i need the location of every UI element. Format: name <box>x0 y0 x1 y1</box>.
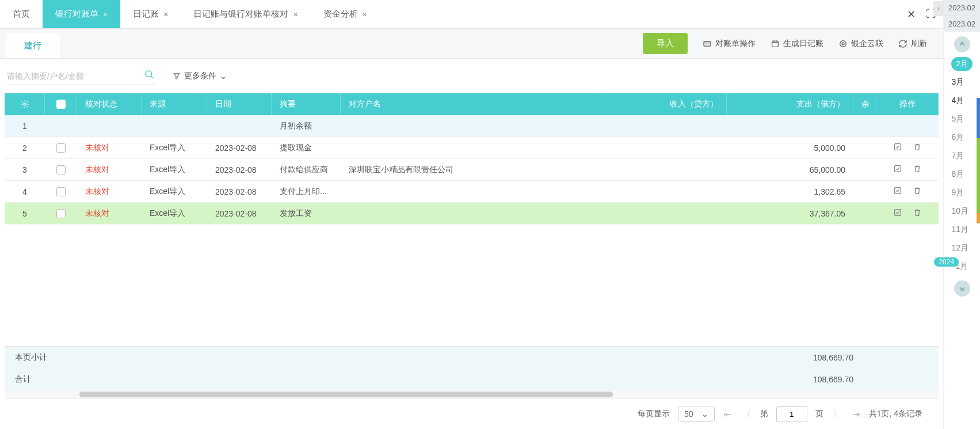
last-page-button[interactable]: ⇥ <box>851 409 861 420</box>
income-text <box>593 181 727 202</box>
verify-icon[interactable] <box>893 142 902 153</box>
tab-reconcile[interactable]: 日记账与银行对账单核对× <box>181 0 310 28</box>
timeline-month[interactable]: 10月 <box>951 202 972 221</box>
date-text: 2023-02-08 <box>207 181 272 202</box>
timeline-month[interactable]: 11月 <box>951 221 972 239</box>
gear-icon[interactable] <box>20 100 29 109</box>
statement-ops-button[interactable]: 对账单操作 <box>703 39 756 49</box>
top-tabs: 首页 银行对账单× 日记账× 日记账与银行对账单核对× 资金分析× ✕ ⛶ <box>0 0 943 29</box>
row-checkbox[interactable] <box>56 165 66 174</box>
tab-label: 资金分析 <box>323 9 358 20</box>
tab-journal[interactable]: 日记账× <box>120 0 181 28</box>
summary-rows: 本页小计 108,669.70 合计 108,669.70 <box>5 346 939 390</box>
row-checkbox[interactable] <box>56 187 66 196</box>
refresh-button[interactable]: 刷新 <box>898 39 927 49</box>
timeline-month[interactable]: 9月 <box>951 184 972 202</box>
memo-text: 月初余额 <box>272 115 341 136</box>
delete-icon[interactable] <box>913 208 922 219</box>
table-row[interactable]: 5未核对Excel导入2023-02-08发放工资37,367.05 <box>5 203 939 225</box>
verify-icon[interactable] <box>893 164 902 175</box>
next-page-button[interactable]: 〉 <box>832 408 843 420</box>
row-number: 3 <box>5 159 45 180</box>
table-row[interactable]: 3未核对Excel导入2023-02-08付款给供应商深圳联宝小精品有限责任公司… <box>5 159 939 181</box>
row-checkbox[interactable] <box>56 143 66 153</box>
verify-icon[interactable] <box>893 208 902 219</box>
bank-cloud-button[interactable]: 银企云联 <box>838 39 883 49</box>
close-icon[interactable]: × <box>363 10 367 19</box>
select-all-checkbox[interactable] <box>56 100 66 109</box>
timeline-period-start[interactable]: 2023.02 <box>944 0 980 16</box>
expense-text: 1,302.65 <box>727 181 853 202</box>
timeline-month[interactable]: 4月 <box>951 92 972 110</box>
verify-icon[interactable] <box>893 186 902 197</box>
close-all-icon[interactable]: ✕ <box>907 8 916 21</box>
page-input[interactable] <box>776 406 807 422</box>
table-row[interactable]: 4未核对Excel导入2023-02-08支付上月印...1,302.65 <box>5 181 939 203</box>
timeline-month[interactable]: 7月 <box>951 147 972 165</box>
timeline-month[interactable]: 2月 <box>951 57 972 71</box>
memo-text: 付款给供应商 <box>272 159 341 180</box>
party-text: 深圳联宝小精品有限责任公司 <box>341 159 593 180</box>
status-text: 未核对 <box>85 187 109 197</box>
row-number: 2 <box>5 137 45 158</box>
calendar-icon <box>771 39 780 48</box>
expense-text: 37,367.05 <box>727 203 853 224</box>
per-page-label: 每页显示 <box>638 409 670 419</box>
status-text: 未核对 <box>85 208 109 219</box>
grand-total-row: 合计 108,669.70 <box>5 369 939 390</box>
col-expense: 支出（借方） <box>727 93 853 115</box>
account-tabs: 建行 导入 对账单操作 生成日记账 银企云联 刷新 <box>0 29 943 59</box>
timeline-month[interactable]: 3月 <box>951 73 972 92</box>
timeline-month[interactable]: 8月 <box>951 165 972 184</box>
memo-text: 发放工资 <box>272 203 341 224</box>
timeline-month[interactable]: 12月 <box>951 239 972 257</box>
delete-icon[interactable] <box>913 164 922 175</box>
timeline-up-button[interactable] <box>954 36 970 52</box>
source-text: Excel导入 <box>142 181 207 202</box>
close-icon[interactable]: × <box>163 10 168 19</box>
table-row[interactable]: 1月初余额 <box>5 115 939 137</box>
date-text: 2023-02-08 <box>207 159 272 180</box>
first-page-button[interactable]: ⇤ <box>723 409 733 420</box>
svg-point-5 <box>24 103 26 105</box>
timeline-down-button[interactable] <box>954 280 970 297</box>
import-button[interactable]: 导入 <box>643 33 688 54</box>
prev-page-button[interactable]: 〈 <box>741 408 752 420</box>
date-text <box>207 115 272 136</box>
tab-analysis[interactable]: 资金分析× <box>311 0 380 28</box>
delete-icon[interactable] <box>913 186 922 197</box>
account-tab-ccb[interactable]: 建行 <box>6 33 60 58</box>
row-checkbox[interactable] <box>56 209 66 218</box>
tab-home[interactable]: 首页 <box>0 0 43 28</box>
search-icon[interactable] <box>144 69 154 82</box>
expense-text <box>727 115 853 136</box>
close-icon[interactable]: × <box>103 10 108 19</box>
delete-icon[interactable] <box>913 142 922 153</box>
svg-rect-9 <box>895 210 901 216</box>
refresh-icon <box>898 39 907 48</box>
timeline-collapse-button[interactable]: › <box>933 1 944 16</box>
page-size-select[interactable]: 50⌄ <box>678 407 715 422</box>
source-text: Excel导入 <box>142 159 207 180</box>
timeline-period-end[interactable]: 2023.02 <box>944 16 980 32</box>
horizontal-scrollbar[interactable] <box>5 390 939 398</box>
timeline-month[interactable]: 5月 <box>951 110 972 128</box>
table-row[interactable]: 2未核对Excel导入2023-02-08提取现金5,000.00 <box>5 137 939 159</box>
generate-journal-button[interactable]: 生成日记账 <box>771 39 823 49</box>
more-conditions-button[interactable]: 更多条件 ⌄ <box>173 71 227 81</box>
col-date: 日期 <box>207 93 272 115</box>
search-input[interactable] <box>7 71 144 81</box>
income-text <box>593 203 727 224</box>
svg-rect-0 <box>704 41 711 46</box>
tab-bank-statement[interactable]: 银行对账单× <box>43 0 120 28</box>
search-input-wrap[interactable] <box>6 67 155 85</box>
row-number: 1 <box>5 115 45 136</box>
tab-label: 日记账与银行对账单核对 <box>193 9 288 20</box>
timeline-month[interactable]: 6月 <box>951 128 972 147</box>
party-text <box>341 181 593 202</box>
source-text: Excel导入 <box>142 137 207 158</box>
timeline-stripe <box>977 98 980 223</box>
status-text: 未核对 <box>85 165 109 175</box>
svg-rect-8 <box>895 188 901 194</box>
close-icon[interactable]: × <box>293 10 298 19</box>
